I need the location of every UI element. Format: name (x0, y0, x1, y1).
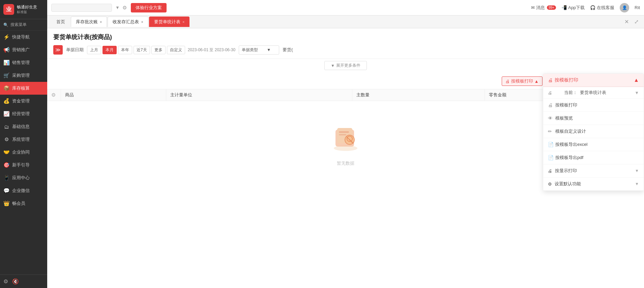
filter-expand-btn[interactable]: ≫ (53, 45, 63, 55)
filter-expand-row: ▼ 展开更多条件 (47, 59, 644, 73)
svg-rect-4 (339, 134, 346, 135)
sidebar-item-label: 企业协同 (12, 149, 30, 155)
sidebar-item-basic[interactable]: 🗂 基础信息 (0, 120, 47, 133)
sidebar-item-sales[interactable]: 📊 销售管理 (0, 56, 47, 69)
display-print-arrow: ▼ (635, 168, 639, 173)
date-btn-this-year[interactable]: 本年 (118, 46, 132, 54)
dropdown-current-arrow: ▼ (635, 90, 639, 95)
date-range-display: 2023-06-01 至 2023-06-30 (188, 47, 235, 53)
window-expand-btn[interactable]: ⤢ (633, 18, 640, 26)
dropdown-print-icon: 🖨 (548, 77, 553, 83)
sidebar-item-purchase[interactable]: 🛒 采购管理 (0, 69, 47, 82)
topbar-chevron-icon[interactable]: ▼ (115, 5, 120, 10)
sidebar-logo: 业 畅通好生意 标准版 (0, 0, 47, 19)
main-area: ▼ ⚙ 体验行业方案 ✉ 消息 99+ 📲 App下载 🎧 在线客服 👤 Rit… (47, 0, 644, 288)
app-logo-icon: 业 (3, 4, 14, 15)
tab-receivables-close[interactable]: × (141, 20, 143, 24)
date-btn-this-month[interactable]: 本月 (103, 46, 117, 54)
set-default-left: ⚙ 设置默认功能 (548, 181, 581, 187)
inventory-icon: 📦 (3, 85, 9, 91)
system-icon: ⚙ (3, 136, 9, 142)
export-pdf-label: 按模板导出pdf (555, 155, 583, 161)
topbar-search-input[interactable] (51, 4, 112, 12)
search-menu[interactable]: 🔍 搜索菜单 (0, 19, 47, 31)
dropdown-item-export-excel[interactable]: 📄 按模板导出excel (543, 138, 644, 151)
topbar-gear-icon[interactable]: ⚙ (122, 5, 127, 11)
display-print-label: 按显示打印 (555, 168, 577, 174)
marketing-icon: 📢 (3, 47, 9, 53)
dropdown-item-template-preview[interactable]: 👁 模板预览 (543, 112, 644, 125)
member-icon: 👑 (3, 200, 9, 206)
settings-bottom-icon[interactable]: ⚙ (3, 278, 8, 285)
basic-icon: 🗂 (3, 124, 9, 130)
dropdown-current-item[interactable]: 🖨 当前： 要货单统计表 ▼ (543, 87, 644, 99)
set-default-icon: ⚙ (548, 182, 552, 187)
tab-order-stats[interactable]: 要货单统计表 × (149, 17, 189, 27)
tab-inventory-batch-close[interactable]: × (100, 20, 102, 24)
date-btn-last-month[interactable]: 上月 (87, 46, 101, 54)
empty-text: 暂无数据 (337, 160, 354, 166)
search-icon: 🔍 (3, 23, 8, 27)
avatar[interactable]: 👤 (620, 3, 629, 12)
print-chevron-up-icon: ▲ (534, 79, 539, 84)
dropdown-current-value: 要货单统计表 (580, 90, 606, 96)
sidebar-item-label: 系统管理 (12, 136, 30, 142)
window-close-btn[interactable]: ✕ (623, 18, 630, 26)
sidebar-item-wechat[interactable]: 💬 企业微信 (0, 184, 47, 197)
expand-icon: ▼ (331, 63, 335, 68)
tab-home[interactable]: 首页 (51, 17, 70, 27)
sidebar-item-finance[interactable]: 💰 资金管理 (0, 95, 47, 107)
tab-order-stats-close[interactable]: × (182, 20, 184, 24)
online-service-btn[interactable]: 🎧 在线客服 (590, 5, 614, 11)
dropdown-item-template-print[interactable]: 🖨 按模板打印 (543, 99, 644, 112)
sidebar-item-marketing[interactable]: 📢 营销推广 (0, 43, 47, 56)
mute-icon[interactable]: 🔇 (12, 278, 19, 285)
message-badge: 99+ (547, 5, 556, 10)
set-default-label: 设置默认功能 (555, 181, 581, 187)
sidebar-item-newbie[interactable]: 🎯 新手引导 (0, 159, 47, 171)
date-btn-7days[interactable]: 近7天 (134, 46, 150, 54)
date-btn-custom[interactable]: 自定义 (167, 46, 185, 54)
sidebar-item-inventory[interactable]: 📦 库存核算 (0, 82, 47, 95)
display-print-icon: 🖨 (548, 168, 552, 173)
dropdown-display-print[interactable]: 🖨 按显示打印 ▼ (543, 164, 644, 178)
sidebar-item-system[interactable]: ⚙ 系统管理 (0, 133, 47, 146)
dropdown-close-btn[interactable]: ▲ (634, 77, 639, 83)
col-quantity: 主数量 (352, 89, 485, 101)
app-download-btn[interactable]: 📲 App下载 (561, 5, 585, 11)
tab-inventory-batch-label: 库存批次账 (76, 19, 98, 25)
sidebar-item-label: 快捷导航 (12, 34, 30, 40)
template-print-label: 按模板打印 (555, 102, 577, 108)
print-template-btn[interactable]: 🖨 按模板打印 ▲ (502, 76, 543, 86)
tab-inventory-batch[interactable]: 库存批次账 × (71, 17, 107, 27)
sidebar-item-quick-nav[interactable]: ⚡ 快捷导航 (0, 31, 47, 43)
col-goods: 商品 (61, 89, 166, 101)
tab-order-stats-label: 要货单统计表 (154, 19, 180, 25)
dropdown-title-text: 按模板打印 (555, 77, 578, 83)
sidebar-item-label: 畅会员 (12, 200, 25, 206)
dropdown-current-label: 当前： (564, 90, 577, 96)
download-icon: 📲 (561, 5, 567, 10)
dropdown-set-default[interactable]: ⚙ 设置默认功能 ▼ (543, 178, 644, 191)
sidebar-item-enterprise[interactable]: 🤝 企业协同 (0, 146, 47, 159)
sidebar-item-operations[interactable]: 📈 经营管理 (0, 107, 47, 120)
sidebar-item-member[interactable]: 👑 畅会员 (0, 197, 47, 210)
expand-more-btn[interactable]: ▼ 展开更多条件 (324, 61, 367, 70)
search-menu-label: 搜索菜单 (10, 22, 27, 28)
print-dropdown: 🖨 按模板打印 ▲ 🖨 当前： 要货单统计表 ▼ 🖨 按模板打印 👁 (543, 73, 644, 191)
date-btn-more[interactable]: 更多 (151, 46, 166, 54)
tab-receivables[interactable]: 收发存汇总表 × (108, 17, 148, 27)
set-default-arrow: ▼ (635, 182, 639, 186)
sidebar-item-appstore[interactable]: 📱 应用中心 (0, 171, 47, 184)
date-btn-group: 上月 本月 本年 近7天 更多 自定义 2023-06-01 至 2023-06… (87, 46, 235, 54)
sidebar-bottom: ⚙ 🔇 (0, 275, 47, 288)
dropdown-item-export-pdf[interactable]: 📄 按模板导出pdf (543, 151, 644, 164)
newbie-icon: 🎯 (3, 162, 9, 168)
message-btn[interactable]: ✉ 消息 99+ (531, 5, 556, 11)
industry-btn[interactable]: 体验行业方案 (131, 3, 167, 12)
order-type-select[interactable]: 单据类型 ▼ (239, 45, 279, 55)
enterprise-icon: 🤝 (3, 149, 9, 155)
dropdown-item-template-design[interactable]: ✏ 模板自定义设计 (543, 125, 644, 138)
table-settings-icon[interactable]: ⚙ (51, 92, 56, 98)
tabbar: 首页 库存批次账 × 收发存汇总表 × 要货单统计表 × ✕ ⤢ (47, 15, 644, 28)
